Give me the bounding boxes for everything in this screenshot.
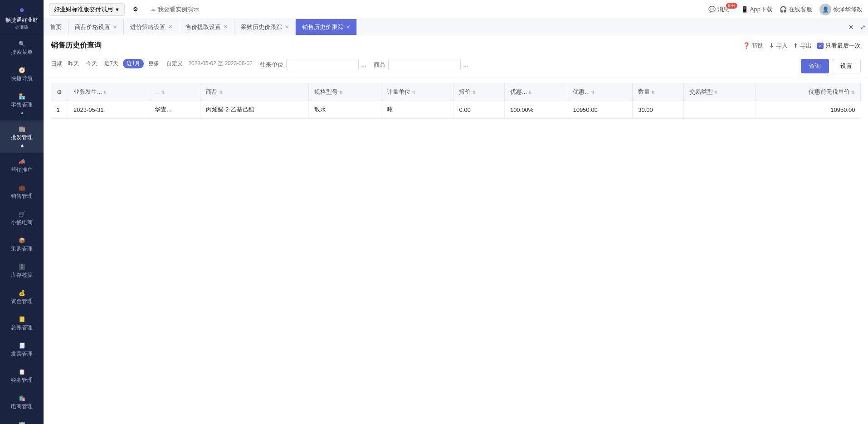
tab-home[interactable]: 首页: [44, 19, 68, 35]
date-opt-today[interactable]: 今天: [83, 59, 100, 68]
sidebar-item-search-label: 搜索菜单: [11, 48, 33, 56]
tab-price-settings[interactable]: 商品价格设置 ✕: [68, 19, 124, 35]
sidebar-item-search[interactable]: 🔍 搜索菜单: [0, 35, 44, 62]
col-discount-price[interactable]: 优惠... ⇅: [567, 83, 633, 101]
user-menu[interactable]: 👤 徐泽华修改: [819, 4, 863, 15]
col-unit-label: 计量单位: [387, 88, 410, 96]
sidebar-item-tax[interactable]: 📋 税务管理: [0, 363, 44, 390]
sort-icon-spec: ⇅: [339, 90, 343, 95]
export-button[interactable]: ⬆ 导出: [793, 42, 812, 50]
demo-button[interactable]: ☁ 我要看实例演示: [150, 5, 199, 14]
sidebar-item-inventory[interactable]: 🗄️ 库存核算: [0, 258, 44, 284]
table-cell: 30.00: [633, 101, 684, 119]
chevron-down-icon: ▼: [115, 7, 120, 12]
date-opt-custom[interactable]: 自定义: [164, 59, 185, 68]
col-list-price-label: 报价: [459, 88, 471, 96]
sidebar-item-retail[interactable]: 🏪 零售管理 ▲: [0, 88, 44, 120]
col-list-price[interactable]: 报价 ⇅: [454, 83, 505, 101]
sidebar-item-ecommerce-small[interactable]: 🛒 小畅电商: [0, 206, 44, 232]
cloud-icon: ☁: [150, 6, 156, 13]
col-discount-pct[interactable]: 优惠... ⇅: [504, 83, 567, 101]
tab-purchase-strategy[interactable]: 进价策略设置 ✕: [124, 19, 179, 35]
only-last-label: 只看最后一次: [825, 42, 861, 50]
col-biz-date[interactable]: 业务发生... ⇅: [68, 83, 149, 101]
tab-sales-history-close[interactable]: ✕: [346, 24, 350, 29]
module-select[interactable]: 好业财标准版交付试用 ▼: [49, 3, 125, 16]
product-filter-group: 商品 ...: [374, 59, 468, 70]
tab-home-label: 首页: [50, 23, 62, 31]
online-service-button[interactable]: 🎧 在线客服: [780, 5, 812, 14]
table-cell: 2023-05-31: [68, 101, 149, 119]
supplier-input[interactable]: [286, 59, 359, 70]
ledger-icon: 📒: [19, 316, 25, 323]
col-extra[interactable]: ... ⇅: [149, 83, 200, 101]
app-download-button[interactable]: 📱 App下载: [741, 5, 772, 14]
column-settings-icon[interactable]: ⚙: [57, 89, 62, 96]
sidebar-item-fixed-assets[interactable]: 🏢 固定资产: [0, 416, 44, 424]
col-product[interactable]: 商品 ⇅: [200, 83, 308, 101]
page-header: 销售历史价查询 ❓ 帮助 ⬇ 导入 ⬆ 导出 ✓ 只看最后一次: [44, 35, 868, 54]
col-gear[interactable]: ⚙: [51, 83, 68, 101]
tab-price-extract-close[interactable]: ✕: [224, 24, 228, 29]
col-pretax-price[interactable]: 优惠前无税单价 ⇅: [756, 83, 861, 101]
tab-price-settings-close[interactable]: ✕: [113, 24, 117, 29]
settings-icon-btn[interactable]: ⚙: [128, 4, 143, 14]
only-last-checkbox[interactable]: ✓: [817, 43, 824, 49]
tab-purchase-history-close[interactable]: ✕: [285, 24, 289, 29]
window-maximize-button[interactable]: ⤢: [858, 22, 868, 32]
tab-sales-history[interactable]: 销售历史价跟踪 ✕: [296, 19, 357, 35]
date-opt-last1m[interactable]: 近1月: [123, 59, 144, 68]
filter-actions: 查询 设置: [801, 59, 861, 73]
date-opt-yesterday[interactable]: 昨天: [65, 59, 82, 68]
sidebar-logo-sub: 标准版: [4, 24, 40, 30]
col-quantity[interactable]: 数量 ⇅: [633, 83, 684, 101]
main-area: 好业财标准版交付试用 ▼ ⚙ ☁ 我要看实例演示 💬 消息 99+ 📱 App下…: [44, 0, 868, 424]
message-button[interactable]: 💬 消息 99+: [708, 5, 734, 14]
col-pretax-price-label: 优惠前无税单价: [809, 88, 850, 96]
window-close-button[interactable]: ✕: [846, 22, 856, 32]
only-last-checkbox-group[interactable]: ✓ 只看最后一次: [817, 42, 861, 50]
date-opt-more[interactable]: 更多: [146, 59, 162, 68]
col-discount-price-label: 优惠...: [573, 88, 590, 96]
export-label: 导出: [800, 42, 812, 50]
sidebar-item-finance[interactable]: 💰 资金管理: [0, 284, 44, 311]
tab-purchase-history[interactable]: 采购历史价跟踪 ✕: [234, 19, 296, 35]
sidebar-item-sales[interactable]: 💼 销售管理: [0, 179, 44, 206]
sidebar-item-quick-nav[interactable]: 🧭 快捷导航: [0, 62, 44, 88]
product-expand-button[interactable]: ...: [463, 61, 468, 68]
marketing-icon: 📣: [19, 159, 25, 165]
col-discount-pct-label: 优惠...: [510, 88, 527, 96]
col-unit[interactable]: 计量单位 ⇅: [381, 83, 454, 101]
sidebar-item-ecommerce[interactable]: 🛍️ 电商管理: [0, 390, 44, 416]
sidebar-item-invoice[interactable]: 🧾 发票管理: [0, 337, 44, 363]
sidebar-item-quick-nav-label: 快捷导航: [11, 75, 33, 82]
supplier-expand-button[interactable]: ...: [361, 61, 366, 68]
sidebar-item-purchase[interactable]: 📦 采购管理: [0, 232, 44, 258]
finance-icon: 💰: [19, 290, 25, 296]
import-button[interactable]: ⬇ 导入: [769, 42, 788, 50]
sidebar-logo-text: 畅捷通好业财: [4, 16, 40, 24]
tab-purchase-strategy-close[interactable]: ✕: [168, 24, 172, 29]
topbar-right: 💬 消息 99+ 📱 App下载 🎧 在线客服 👤 徐泽华修改: [708, 4, 863, 15]
compass-icon: 🧭: [19, 67, 25, 73]
help-button[interactable]: ❓ 帮助: [743, 42, 764, 50]
sidebar-logo: ● 畅捷通好业财 标准版: [0, 0, 44, 35]
query-button[interactable]: 查询: [801, 59, 829, 73]
col-spec[interactable]: 规格型号 ⇅: [308, 83, 381, 101]
sidebar-item-marketing[interactable]: 📣 营销推广: [0, 153, 44, 179]
demo-label: 我要看实例演示: [158, 5, 199, 14]
product-input[interactable]: [388, 59, 461, 70]
headset-icon: 🎧: [780, 6, 787, 13]
settings-button[interactable]: 设置: [832, 59, 861, 73]
date-opt-last7[interactable]: 近7天: [102, 59, 121, 68]
date-filter-label: 日期: [51, 60, 63, 68]
supplier-filter-group: 往来单位 ...: [260, 59, 366, 70]
invoice-icon: 🧾: [19, 342, 25, 349]
tab-price-extract[interactable]: 售价提取设置 ✕: [179, 19, 234, 35]
table-cell: 10950.00: [756, 101, 861, 119]
col-tx-type-label: 交易类型: [689, 88, 713, 96]
col-tx-type[interactable]: 交易类型 ⇅: [683, 83, 756, 101]
sidebar-item-general-ledger[interactable]: 📒 总账管理: [0, 311, 44, 337]
sidebar-item-wholesale[interactable]: 🏬 批发管理 ▲: [0, 120, 44, 153]
page-title: 销售历史价查询: [51, 41, 102, 50]
